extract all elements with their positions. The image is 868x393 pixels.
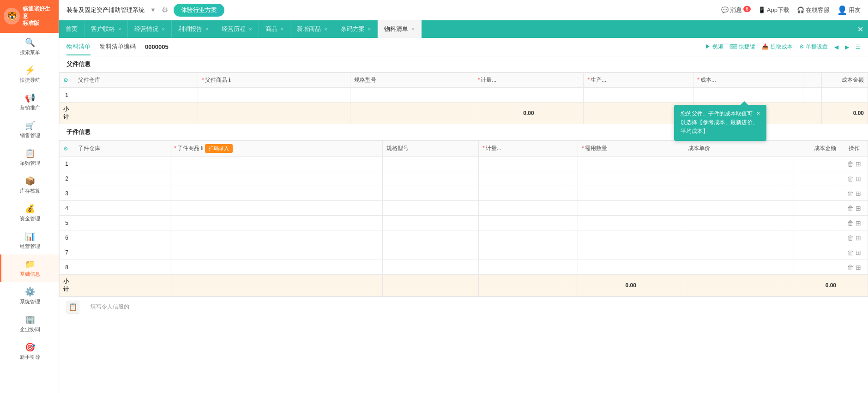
- scan-button[interactable]: 扫码录入: [205, 144, 233, 153]
- extract-cost-btn[interactable]: 📥 提取成本: [762, 43, 792, 51]
- tab-item-2[interactable]: 经营情况×: [128, 20, 171, 38]
- video-btn[interactable]: ▶ 视频: [705, 43, 723, 51]
- delete-icon-7[interactable]: 🗑: [847, 249, 854, 256]
- copy-icon-7[interactable]: ⊞: [856, 249, 861, 256]
- child-product-1[interactable]: [170, 157, 382, 171]
- child-qty-2[interactable]: [578, 171, 684, 186]
- child-spec-8[interactable]: [382, 260, 478, 275]
- sidebar-item-operations[interactable]: 📊经营管理: [0, 227, 59, 254]
- child-warehouse-5[interactable]: [74, 216, 170, 230]
- dropdown-arrow-icon[interactable]: ▼: [150, 6, 156, 13]
- delete-icon-3[interactable]: 🗑: [847, 190, 854, 197]
- sidebar-item-enterprise[interactable]: 🏢企业协同: [0, 310, 59, 338]
- sidebar-item-finance[interactable]: 💰资金管理: [0, 199, 59, 227]
- child-unit-6[interactable]: [479, 230, 564, 245]
- child-unit-7[interactable]: [479, 245, 564, 260]
- copy-icon-1[interactable]: ⊞: [856, 160, 861, 168]
- delete-icon-2[interactable]: 🗑: [847, 175, 854, 182]
- user-btn[interactable]: 👤 用友: [837, 5, 861, 15]
- parent-production-1[interactable]: [584, 88, 693, 103]
- child-warehouse-3[interactable]: [74, 186, 170, 201]
- copy-icon-3[interactable]: ⊞: [856, 190, 861, 197]
- child-qty-7[interactable]: [578, 245, 684, 260]
- tab-item-7[interactable]: 条码方案×: [334, 20, 378, 38]
- copy-icon-4[interactable]: ⊞: [856, 205, 861, 212]
- copy-icon-8[interactable]: ⊞: [856, 264, 861, 271]
- tab-item-4[interactable]: 经营历程×: [215, 20, 259, 38]
- sidebar-item-basic-info[interactable]: 📁基础信息: [0, 254, 59, 282]
- tab-close-6[interactable]: ×: [324, 26, 327, 32]
- sidebar-item-marketing[interactable]: 📢营销推广: [0, 88, 59, 116]
- parent-warehouse-1[interactable]: [74, 88, 198, 103]
- sidebar-item-sales[interactable]: 🛒销售管理: [0, 116, 59, 144]
- tab-close-5[interactable]: ×: [281, 26, 283, 32]
- delete-icon-8[interactable]: 🗑: [847, 264, 854, 271]
- child-spec-2[interactable]: [382, 171, 478, 186]
- online-service-btn[interactable]: 🎧 在线客服: [797, 6, 830, 14]
- grid-view-btn[interactable]: ☰: [856, 44, 861, 50]
- doc-settings-btn[interactable]: ⚙ 单据设置: [799, 43, 828, 51]
- delete-icon-4[interactable]: 🗑: [847, 205, 854, 212]
- child-unit-cost-8[interactable]: [684, 260, 780, 275]
- tab-item-6[interactable]: 新增商品×: [290, 20, 334, 38]
- parent-unit-1[interactable]: [474, 88, 584, 103]
- trial-button[interactable]: 体验行业方案: [174, 4, 224, 17]
- child-unit-cost-6[interactable]: [684, 230, 780, 245]
- child-warehouse-1[interactable]: [74, 157, 170, 171]
- next-page-btn[interactable]: ▶: [845, 44, 849, 50]
- child-spec-1[interactable]: [382, 157, 478, 171]
- child-product-4[interactable]: [170, 201, 382, 216]
- parent-col-settings[interactable]: ⚙: [60, 73, 74, 88]
- sidebar-item-purchase[interactable]: 📋采购管理: [0, 144, 59, 171]
- child-spec-5[interactable]: [382, 216, 478, 230]
- sub-tab-code[interactable]: 物料清单编码: [100, 39, 136, 55]
- parent-product-1[interactable]: [198, 88, 350, 103]
- tab-close-7[interactable]: ×: [368, 26, 371, 32]
- child-warehouse-4[interactable]: [74, 201, 170, 216]
- tab-item-5[interactable]: 商品×: [259, 20, 290, 38]
- child-product-7[interactable]: [170, 245, 382, 260]
- tab-item-8[interactable]: 物料清单×: [378, 20, 421, 38]
- delete-icon-6[interactable]: 🗑: [847, 234, 854, 242]
- message-btn[interactable]: 💬 消息 6: [721, 6, 751, 14]
- child-col-settings[interactable]: ⚙: [60, 141, 74, 157]
- child-unit-1[interactable]: [479, 157, 564, 171]
- child-unit-cost-2[interactable]: [684, 171, 780, 186]
- child-qty-8[interactable]: [578, 260, 684, 275]
- child-qty-1[interactable]: [578, 157, 684, 171]
- child-unit-4[interactable]: [479, 201, 564, 216]
- tooltip-close-btn[interactable]: ×: [757, 109, 760, 118]
- child-product-3[interactable]: [170, 186, 382, 201]
- delete-icon-5[interactable]: 🗑: [847, 219, 854, 227]
- child-qty-5[interactable]: [578, 216, 684, 230]
- tab-close-3[interactable]: ×: [205, 26, 208, 32]
- child-unit-cost-3[interactable]: [684, 186, 780, 201]
- child-warehouse-6[interactable]: [74, 230, 170, 245]
- sidebar-item-guide[interactable]: 🎯新手引导: [0, 338, 59, 365]
- child-qty-6[interactable]: [578, 230, 684, 245]
- tab-item-0[interactable]: 首页: [59, 20, 84, 38]
- app-download-btn[interactable]: 📱 App下载: [758, 6, 790, 14]
- sidebar-item-system[interactable]: ⚙️系统管理: [0, 282, 59, 310]
- child-product-6[interactable]: [170, 230, 382, 245]
- sidebar-item-quick-nav[interactable]: ⚡快捷导航: [0, 60, 59, 88]
- child-unit-cost-5[interactable]: [684, 216, 780, 230]
- tab-close-2[interactable]: ×: [162, 26, 164, 32]
- settings-icon[interactable]: ⚙: [162, 6, 168, 14]
- delete-icon-1[interactable]: 🗑: [847, 160, 854, 168]
- tab-close-1[interactable]: ×: [118, 26, 121, 32]
- shortcut-btn[interactable]: ⌨ 快捷键: [729, 43, 755, 51]
- child-spec-4[interactable]: [382, 201, 478, 216]
- child-qty-4[interactable]: [578, 201, 684, 216]
- prev-page-btn[interactable]: ◀: [834, 44, 838, 50]
- child-spec-6[interactable]: [382, 230, 478, 245]
- child-unit-3[interactable]: [479, 186, 564, 201]
- copy-icon-2[interactable]: ⊞: [856, 175, 861, 182]
- sidebar-item-search[interactable]: 🔍搜索菜单: [0, 33, 59, 60]
- child-product-8[interactable]: [170, 260, 382, 275]
- child-unit-2[interactable]: [479, 171, 564, 186]
- child-warehouse-2[interactable]: [74, 171, 170, 186]
- parent-cost-1[interactable]: [693, 88, 803, 103]
- child-warehouse-7[interactable]: [74, 245, 170, 260]
- child-warehouse-8[interactable]: [74, 260, 170, 275]
